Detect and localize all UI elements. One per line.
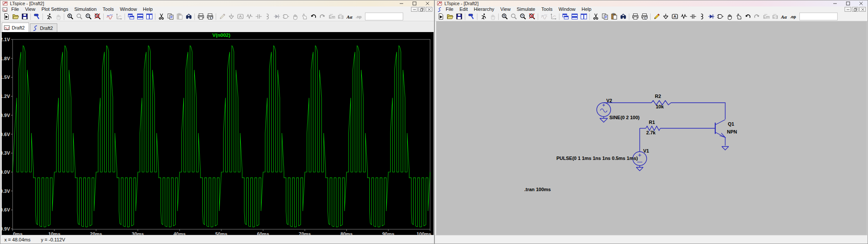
spice-directive-button[interactable] bbox=[789, 13, 798, 21]
run-button[interactable] bbox=[479, 13, 488, 21]
component-ref-R2[interactable]: R2 bbox=[655, 94, 661, 99]
text-tool-button[interactable] bbox=[345, 13, 354, 21]
mdi-close-button[interactable] bbox=[426, 7, 432, 12]
menu-plot-settings[interactable]: Plot Settings bbox=[38, 7, 71, 12]
mdi-restore-button[interactable] bbox=[852, 7, 858, 12]
component-value-Q1[interactable]: NPN bbox=[727, 129, 737, 134]
menu-file[interactable]: File bbox=[443, 7, 457, 12]
zoom-full-button[interactable] bbox=[527, 13, 536, 21]
capacitor-button[interactable] bbox=[688, 13, 697, 21]
menu-window[interactable]: Window bbox=[117, 7, 140, 12]
component-ref-Q1[interactable]: Q1 bbox=[728, 121, 734, 127]
open-file-button[interactable] bbox=[445, 13, 454, 21]
undo-button[interactable] bbox=[309, 13, 318, 21]
new-file-button[interactable] bbox=[436, 13, 445, 21]
title-bar[interactable]: LTspice - [Draft2] bbox=[435, 0, 868, 7]
zoom-out-button[interactable] bbox=[84, 13, 93, 21]
inductor-button[interactable] bbox=[697, 13, 707, 21]
undo-button[interactable] bbox=[743, 13, 752, 21]
control-panel-button[interactable] bbox=[467, 13, 476, 21]
move-hand-button[interactable] bbox=[725, 13, 734, 21]
find-button[interactable] bbox=[184, 13, 193, 21]
open-file-button[interactable] bbox=[11, 13, 20, 21]
title-bar[interactable]: LTspice - [Draft2] bbox=[0, 0, 434, 7]
tile-vertical-button[interactable] bbox=[579, 13, 588, 21]
draw-pencil-button[interactable] bbox=[652, 13, 661, 21]
component-ref-V1[interactable]: V1 bbox=[643, 148, 649, 153]
print-preview-button[interactable] bbox=[205, 13, 214, 21]
maximize-button[interactable] bbox=[408, 0, 421, 7]
trace-title[interactable]: V(n002) bbox=[212, 33, 230, 38]
menu-help[interactable]: Help bbox=[140, 7, 156, 12]
cascade-windows-button[interactable] bbox=[126, 13, 135, 21]
run-button[interactable] bbox=[44, 13, 53, 21]
menu-file[interactable]: File bbox=[8, 7, 22, 12]
drag-hand-button[interactable] bbox=[734, 13, 743, 21]
minimize-button[interactable] bbox=[829, 0, 842, 7]
mdi-minimize-button[interactable] bbox=[411, 7, 418, 12]
mdi-close-button[interactable] bbox=[859, 7, 866, 12]
menu-simulate[interactable]: Simulate bbox=[513, 7, 538, 12]
text-tool-button[interactable] bbox=[779, 13, 789, 21]
component-ref-V2[interactable]: V2 bbox=[606, 98, 612, 103]
voltage-source-V2[interactable] bbox=[597, 103, 611, 122]
print-button[interactable] bbox=[631, 13, 640, 21]
menu-edit[interactable]: Edit bbox=[457, 7, 471, 12]
close-button[interactable] bbox=[421, 0, 434, 7]
menu-view[interactable]: View bbox=[22, 7, 39, 12]
component-value-V1[interactable]: PULSE(0 1 1ms 1ns 1ns 0.5ms 1ms) bbox=[556, 156, 638, 161]
schematic-canvas-pane[interactable]: V2 SINE(0 2 100) R2 10k R1 2.7k Q1 NPN V… bbox=[436, 21, 867, 237]
zoom-in-button[interactable] bbox=[500, 13, 509, 21]
cut-button[interactable] bbox=[591, 13, 600, 21]
component-value-R2[interactable]: 10k bbox=[656, 104, 664, 109]
tab-plot-draft2[interactable]: Draft2 bbox=[2, 23, 29, 33]
menu-simulation[interactable]: Simulation bbox=[71, 7, 99, 12]
tile-vertical-button[interactable] bbox=[145, 13, 154, 21]
cascade-windows-button[interactable] bbox=[561, 13, 570, 21]
net-label-button[interactable] bbox=[670, 13, 679, 21]
print-preview-button[interactable] bbox=[640, 13, 649, 21]
copy-button[interactable] bbox=[166, 13, 175, 21]
close-button[interactable] bbox=[855, 0, 868, 7]
menu-hierarchy[interactable]: Hierarchy bbox=[471, 7, 497, 12]
plot-settings-button[interactable] bbox=[105, 13, 114, 21]
menu-view[interactable]: View bbox=[497, 7, 514, 12]
component-ref-R1[interactable]: R1 bbox=[649, 120, 655, 125]
new-file-button[interactable] bbox=[2, 13, 11, 21]
copy-button[interactable] bbox=[600, 13, 609, 21]
mdi-restore-button[interactable] bbox=[418, 7, 425, 12]
resistor-button[interactable] bbox=[679, 13, 688, 21]
voltage-source-V1[interactable] bbox=[633, 152, 647, 171]
menu-window[interactable]: Window bbox=[556, 7, 579, 12]
zoom-full-button[interactable] bbox=[93, 13, 102, 21]
active-document-icon[interactable] bbox=[436, 7, 443, 12]
zoom-in-button[interactable] bbox=[66, 13, 75, 21]
component-value-V2[interactable]: SINE(0 2 100) bbox=[609, 115, 640, 120]
save-button[interactable] bbox=[20, 13, 29, 21]
cut-button[interactable] bbox=[157, 13, 166, 21]
zoom-out-button[interactable] bbox=[518, 13, 527, 21]
transistor-Q1[interactable] bbox=[715, 120, 729, 150]
mdi-minimize-button[interactable] bbox=[845, 7, 851, 12]
waveform-plot-pane[interactable]: V(n002) 2.1V1.8V1.5V1.2V0.9V0.6V0.3V0.0V… bbox=[2, 32, 434, 236]
save-button[interactable] bbox=[454, 13, 464, 21]
menu-help[interactable]: Help bbox=[579, 7, 595, 12]
menu-tools[interactable]: Tools bbox=[538, 7, 556, 12]
waveform-plot-canvas[interactable]: V(n002) 2.1V1.8V1.5V1.2V0.9V0.6V0.3V0.0V… bbox=[2, 32, 434, 236]
tile-horizontal-button[interactable] bbox=[135, 13, 145, 21]
control-panel-button[interactable] bbox=[32, 13, 41, 21]
schematic-canvas[interactable]: V2 SINE(0 2 100) R2 10k R1 2.7k Q1 NPN V… bbox=[436, 21, 867, 237]
component-value-R1[interactable]: 2.7k bbox=[646, 130, 656, 135]
maximize-button[interactable] bbox=[842, 0, 855, 7]
paste-button[interactable] bbox=[609, 13, 618, 21]
component-gate-button[interactable] bbox=[716, 13, 725, 21]
find-button[interactable] bbox=[618, 13, 628, 21]
print-button[interactable] bbox=[196, 13, 205, 21]
menu-tools[interactable]: Tools bbox=[100, 7, 117, 12]
ground-button[interactable] bbox=[661, 13, 670, 21]
active-document-icon[interactable] bbox=[2, 7, 8, 12]
diode-button[interactable] bbox=[707, 13, 716, 21]
tile-horizontal-button[interactable] bbox=[570, 13, 579, 21]
minimize-button[interactable] bbox=[395, 0, 408, 7]
tab-schematic-draft2[interactable]: Draft2 bbox=[30, 23, 57, 33]
